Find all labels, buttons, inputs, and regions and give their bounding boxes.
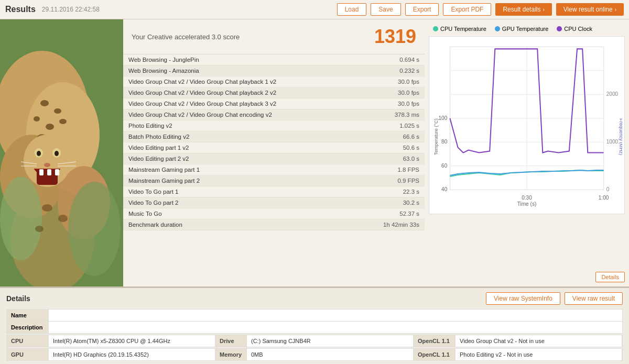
export-button[interactable]: Export: [405, 3, 439, 16]
benchmark-value: 50.6 s: [356, 142, 425, 153]
benchmark-value: 0.9 FPS: [356, 175, 425, 186]
svg-point-16: [37, 151, 41, 156]
right-panel: CPU Temperature GPU Temperature CPU Cloc…: [425, 19, 629, 286]
benchmark-value: 1h 42min 33s: [356, 219, 425, 230]
cpu-value: Intel(R) Atom(TM) x5-Z8300 CPU @ 1.44GHz: [49, 335, 215, 347]
center-panel: Your Creative accelerated 3.0 score 1319…: [123, 19, 425, 286]
chart-svg: 40 60 80 100 Temperature (°C) 0 1000 200…: [431, 41, 622, 212]
benchmark-value: 1.8 FPS: [356, 164, 425, 175]
bottom-area: Details View raw SystemInfo View raw res…: [0, 286, 629, 364]
details-title: Details: [6, 294, 30, 303]
benchmark-value: 0.232 s: [356, 65, 425, 76]
svg-text:Temperature (°C): Temperature (°C): [433, 118, 439, 155]
save-button[interactable]: Save: [371, 3, 400, 16]
legend-gpu-temp: GPU Temperature: [495, 26, 548, 32]
benchmark-row: Video Editing part 2 v263.0 s: [123, 153, 425, 164]
svg-point-30: [42, 204, 52, 212]
results-title: Results: [5, 5, 36, 14]
view-raw-sysinfo-button[interactable]: View raw SystemInfo: [486, 292, 560, 305]
top-bar: Results 29.11.2016 22:42:58 Load Save Ex…: [0, 0, 629, 19]
benchmark-row: Video Group Chat v2 / Video Group Chat p…: [123, 98, 425, 109]
benchmark-value: 378.3 ms: [356, 109, 425, 120]
benchmark-row: Benchmark duration1h 42min 33s: [123, 219, 425, 230]
svg-text:2000: 2000: [606, 91, 619, 97]
chart-legend: CPU Temperature GPU Temperature CPU Cloc…: [429, 24, 625, 34]
benchmark-value: 30.2 s: [356, 197, 425, 208]
export-pdf-button[interactable]: Export PDF: [443, 3, 491, 16]
legend-cpu-temp: CPU Temperature: [433, 26, 486, 32]
drive-value: (C:) Samsung CJNB4R: [247, 335, 414, 347]
benchmark-value: 52.37 s: [356, 208, 425, 219]
details-header: Details View raw SystemInfo View raw res…: [6, 292, 623, 305]
svg-point-17: [55, 151, 59, 156]
score-label: Your Creative accelerated 3.0 score: [132, 33, 240, 41]
benchmark-row: Video Group Chat v2 / Video Group Chat p…: [123, 87, 425, 98]
svg-point-5: [40, 100, 49, 106]
svg-text:1000: 1000: [606, 139, 619, 145]
view-online-button[interactable]: View result online ›: [556, 3, 624, 16]
opencl1-label: OpenCL 1.1: [414, 335, 456, 347]
benchmark-value: 63.0 s: [356, 153, 425, 164]
benchmark-name: Mainstream Gaming part 1: [123, 164, 356, 175]
name-desc-table: Name Description: [6, 309, 623, 334]
svg-point-32: [35, 226, 44, 232]
benchmark-name: Web Browsing - JunglePin: [123, 54, 356, 65]
gpu-label: GPU: [7, 349, 49, 360]
svg-rect-20: [39, 169, 44, 175]
benchmark-row: Video Group Chat v2 / Video Group Chat p…: [123, 76, 425, 87]
benchmark-name: Mainstream Gaming part 2: [123, 175, 356, 186]
svg-point-7: [34, 116, 40, 122]
svg-text:80: 80: [441, 139, 448, 145]
benchmark-value: 1.025 s: [356, 120, 425, 131]
benchmark-table: Web Browsing - JunglePin0.694 sWeb Brows…: [123, 54, 425, 230]
benchmark-row: Video Group Chat v2 / Video Group Chat e…: [123, 109, 425, 120]
name-row: Name: [7, 310, 623, 322]
chart-details-button[interactable]: Details: [595, 272, 625, 282]
svg-text:0:30: 0:30: [522, 195, 532, 201]
load-button[interactable]: Load: [337, 3, 367, 16]
benchmark-row: Video To Go part 122.3 s: [123, 186, 425, 197]
benchmark-name: Video To Go part 1: [123, 186, 356, 197]
system-info-row-2: GPU Intel(R) HD Graphics (20.19.15.4352)…: [6, 348, 623, 361]
svg-point-18: [44, 163, 50, 167]
benchmark-value: 30.0 fps: [356, 98, 425, 109]
description-label: Description: [7, 322, 49, 334]
benchmark-name: Photo Editing v2: [123, 120, 356, 131]
result-details-button[interactable]: Result details ›: [495, 3, 551, 16]
benchmark-name: Video Editing part 2 v2: [123, 153, 356, 164]
svg-text:60: 60: [441, 163, 448, 169]
opencl2-label: OpenCL 1.1: [414, 349, 456, 360]
benchmark-value: 66.6 s: [356, 131, 425, 142]
cpu-clock-dot: [557, 26, 562, 31]
benchmark-name: Batch Photo Editing v2: [123, 131, 356, 142]
benchmark-value: 0.694 s: [356, 54, 425, 65]
benchmark-value: 22.3 s: [356, 186, 425, 197]
benchmark-name: Music To Go: [123, 208, 356, 219]
svg-text:1:00: 1:00: [599, 195, 609, 201]
benchmark-row: Mainstream Gaming part 11.8 FPS: [123, 164, 425, 175]
benchmark-row: Video Editing part 1 v250.6 s: [123, 142, 425, 153]
leopard-image: [0, 19, 123, 286]
benchmark-row: Photo Editing v21.025 s: [123, 120, 425, 131]
svg-rect-21: [47, 169, 51, 175]
svg-text:40: 40: [441, 186, 448, 192]
chevron-right-icon: ›: [615, 7, 616, 13]
benchmark-row: Music To Go52.37 s: [123, 208, 425, 219]
system-info-row: CPU Intel(R) Atom(TM) x5-Z8300 CPU @ 1.4…: [6, 335, 623, 347]
name-label: Name: [7, 310, 49, 322]
gpu-value: Intel(R) HD Graphics (20.19.15.4352): [49, 349, 215, 360]
chart-container: 40 60 80 100 Temperature (°C) 0 1000 200…: [429, 36, 625, 214]
score-number: 1319: [374, 26, 416, 48]
view-raw-result-button[interactable]: View raw result: [565, 292, 623, 305]
memory-label: Memory: [215, 349, 247, 360]
name-value: [49, 310, 623, 322]
opencl1-value: Video Group Chat v2 - Not in use: [456, 335, 622, 347]
score-banner: Your Creative accelerated 3.0 score 1319: [123, 19, 425, 54]
legend-cpu-clock: CPU Clock: [557, 26, 592, 32]
benchmark-row: Web Browsing - JunglePin0.694 s: [123, 54, 425, 65]
description-row: Description: [7, 322, 623, 334]
benchmark-name: Video Group Chat v2 / Video Group Chat p…: [123, 87, 356, 98]
svg-text:0: 0: [606, 186, 610, 192]
benchmark-name: Video Group Chat v2 / Video Group Chat p…: [123, 98, 356, 109]
details-buttons: View raw SystemInfo View raw result: [486, 292, 623, 305]
